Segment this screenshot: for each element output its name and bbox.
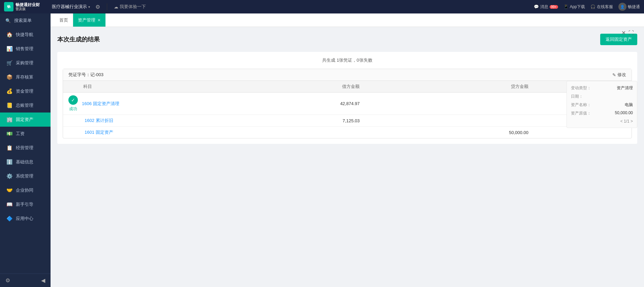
col-header-credit: 贷方金额 [365,81,534,93]
online-service-button[interactable]: 🎧 在线客服 [590,4,613,10]
table-cell-debit-1: 42,874.97 [196,93,365,115]
user-name: 畅捷通 [628,4,640,10]
result-box: 共生成 1张凭证，0张失败 凭证字号：记-003 ✎ 修改 科目 [57,52,637,144]
sidebar-item-payroll[interactable]: 💵 工资 [0,127,51,141]
table-row: 1602 累计折旧 7,125.03 [63,115,632,127]
sidebar-item-fixed-assets[interactable]: 🏢 固定资产 [0,113,51,127]
table-cell-credit-2 [365,115,534,127]
sidebar-label-search: 搜索菜单 [14,18,32,24]
subject-link-3[interactable]: 1601 固定资产 [85,130,113,135]
subject-code-3: 1601 [85,130,96,135]
sidebar-item-basic-info[interactable]: ℹ️ 基础信息 [0,155,51,169]
sidebar-label-system: 系统管理 [16,173,33,179]
company-name: 医疗器械行业演示 [52,4,87,10]
experience-label: 我要体验一下 [120,4,146,10]
experience-button[interactable]: ☁ 我要体验一下 [114,4,146,10]
table-cell-subject-1: ✓ 成功 1606 固定资产清理 [63,93,196,115]
home-icon: 🏠 [6,32,12,38]
floating-actions: ✕ ⛶ [621,30,634,36]
operations-icon: 📋 [6,145,12,151]
edit-label: 修改 [617,72,626,78]
sidebar-collapse-icon[interactable]: ◀ [41,277,45,284]
table-cell-credit-1 [365,93,534,115]
sidebar-label-finance: 资金管理 [16,88,33,94]
enterprise-icon: 🤝 [6,187,12,193]
sidebar-item-guide[interactable]: 📖 新手引导 [0,197,51,212]
chevron-down-icon: ▾ [88,5,90,9]
sidebar-item-ledger[interactable]: 📒 总账管理 [0,98,51,113]
message-icon: 💬 [534,4,539,9]
tab-close-icon[interactable]: ✕ [97,18,101,23]
sidebar-item-operations[interactable]: 📋 经营管理 [0,141,51,155]
table-cell-credit-3: 50,000.00 [365,127,534,138]
message-button[interactable]: 💬 消息 99+ [534,4,558,10]
sidebar-label-enterprise: 企业协同 [16,187,33,193]
message-badge: 99+ [550,5,558,9]
right-panel-change-type: 变动类型： 资产清理 [571,85,633,91]
app-download-button[interactable]: 📱 App下载 [563,4,585,10]
voucher-card: 凭证字号：记-003 ✎ 修改 科目 借方金额 贷方金额 [63,69,632,138]
result-summary: 共生成 1张凭证，0张失败 [63,57,632,63]
tab-asset-mgmt[interactable]: 资产管理 ✕ [73,13,105,27]
table-cell-subject-3: 1601 固定资产 [63,127,196,138]
search-icon: 🔍 [5,18,11,23]
fixed-assets-icon: 🏢 [6,117,12,123]
subject-link-1[interactable]: 1606 固定资产清理 [82,101,119,107]
payroll-icon: 💵 [6,131,12,137]
edit-button[interactable]: ✎ 修改 [612,72,626,78]
sidebar-label-ledger: 总账管理 [16,102,33,108]
table-row: ✓ 成功 1606 固定资产清理 42,874.97 [63,93,632,115]
topbar-right: 💬 消息 99+ 📱 App下载 🎧 在线客服 👤 畅捷通 [534,3,640,11]
bottom-settings-icon[interactable]: ⚙ [5,277,10,284]
sidebar-item-inventory[interactable]: 📦 库存核算 [0,70,51,84]
company-selector[interactable]: 医疗器械行业演示 ▾ [52,4,90,10]
main-layout: 🔍 搜索菜单 🏠 快捷导航 📊 销售管理 🛒 采购管理 📦 库存核算 💰 资金管… [0,13,644,287]
page-content: ✕ ⛶ 本次生成的结果 返回固定资产 共生成 1张凭证，0张失败 凭证字号：记-… [51,27,644,287]
success-icon: ✓ [68,95,78,105]
logo-sub-text: 普及版 [16,7,40,11]
original-value-value: 50,000.00 [615,110,633,116]
app-download-label: App下载 [570,4,585,10]
voucher-number: 凭证字号：记-003 [68,72,103,78]
table-row: 1601 固定资产 50,000.00 [63,127,632,138]
subject-code-2: 1602 [85,118,96,123]
sidebar-label-quick-nav: 快捷导航 [16,32,33,38]
close-panel-button[interactable]: ✕ [621,30,626,36]
sidebar-item-system[interactable]: ⚙️ 系统管理 [0,169,51,183]
subject-link-2[interactable]: 1602 累计折旧 [85,118,113,123]
logo-icon: 畅 [4,2,13,11]
settings-icon[interactable]: ⚙ [95,4,100,10]
expand-panel-button[interactable]: ⛶ [628,30,634,36]
date-label: 日期： [571,94,583,99]
basic-info-icon: ℹ️ [6,159,12,165]
sidebar-item-sales[interactable]: 📊 销售管理 [0,42,51,56]
right-panel-date: 日期： [571,94,633,99]
sidebar-item-app-center[interactable]: 🔷 应用中心 [0,212,51,226]
subject-name-3: 固定资产 [96,130,113,135]
sidebar-item-search[interactable]: 🔍 搜索菜单 [0,13,51,28]
cloud-icon: ☁ [114,4,118,9]
tab-bar: 首页 资产管理 ✕ [51,13,644,27]
voucher-table: 科目 借方金额 贷方金额 [63,81,632,138]
asset-name-label: 资产名称： [571,102,591,108]
change-type-label: 变动类型： [571,85,591,91]
status-text: 成功 [68,106,78,112]
subject-name-2: 累计折旧 [96,118,113,123]
phone-icon: 📱 [563,4,569,9]
sidebar-item-quick-nav[interactable]: 🏠 快捷导航 [0,28,51,42]
finance-icon: 💰 [6,88,12,94]
table-cell-debit-3 [196,127,365,138]
sidebar-item-purchase[interactable]: 🛒 采购管理 [0,56,51,70]
subject-name-1: 固定资产清理 [93,101,119,106]
tab-home[interactable]: 首页 [55,13,73,27]
edit-icon: ✎ [612,72,616,77]
sidebar-item-finance[interactable]: 💰 资金管理 [0,84,51,98]
asset-name-value: 电脑 [625,102,633,108]
inventory-icon: 📦 [6,74,12,80]
original-value-label: 资产原值： [571,110,591,116]
right-panel-pagination[interactable]: < 1/1 > [571,119,633,124]
app-logo: 畅 畅捷通好业财 普及版 [4,2,48,11]
sidebar-item-enterprise[interactable]: 🤝 企业协同 [0,183,51,197]
sidebar-label-sales: 销售管理 [16,46,33,52]
user-profile[interactable]: 👤 畅捷通 [618,3,640,11]
